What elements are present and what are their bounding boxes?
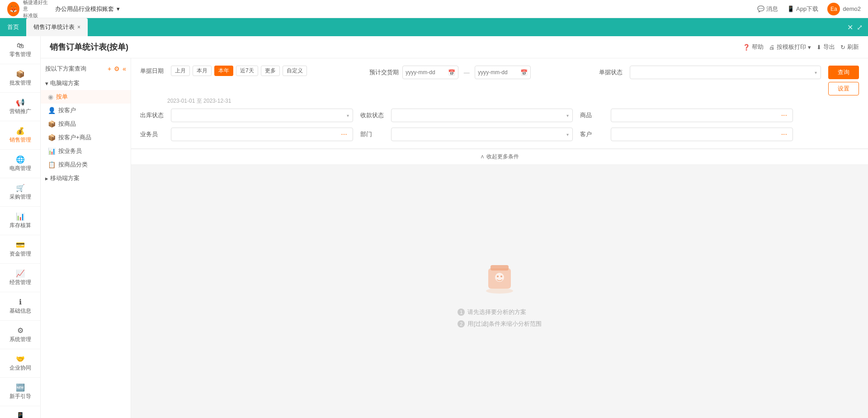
- scheme-by-customer-product[interactable]: 📦 按客户+商品: [41, 131, 131, 144]
- marketing-icon: 📢: [4, 98, 37, 107]
- logo-area: 🦊 畅捷通好生意 标准版: [7, 0, 48, 19]
- scheme-by-customer[interactable]: 👤 按客户: [41, 104, 131, 117]
- print-icon: 🖨: [769, 44, 775, 51]
- collapse-panel-button[interactable]: «: [123, 65, 126, 72]
- sidebar-item-enterprise[interactable]: 🤝 企业协同: [0, 349, 40, 378]
- purchase-icon: 🛒: [4, 184, 37, 192]
- expected-date-start-input[interactable]: 📅: [402, 66, 458, 79]
- sidebar: 🛍 零售管理 📦 批发管理 📢 营销推广 💰 销售管理 🌐 电商管理 🛒 采购管…: [0, 36, 41, 418]
- payment-status-select[interactable]: ▾: [391, 109, 573, 122]
- sidebar-item-wholesale[interactable]: 📦 批发管理: [0, 64, 40, 93]
- help-button[interactable]: ❓ 帮助: [743, 43, 764, 51]
- scheme-by-category[interactable]: 📋 按商品分类: [41, 158, 131, 171]
- scheme-order-icon: ◉: [48, 93, 53, 100]
- scheme-customer-icon: 👤: [48, 107, 56, 114]
- payment-status-label: 收款状态: [360, 111, 387, 119]
- tip-item-1: 1 请先选择要分析的方案: [458, 306, 541, 318]
- template-print-button[interactable]: 🖨 按模板打印 ▾: [769, 43, 811, 51]
- tab-bar: 首页 销售订单统计表 × ✕ ⤢: [0, 18, 868, 36]
- last-7-days-btn[interactable]: 近7天: [236, 66, 258, 76]
- logo-icon: 🦊: [7, 2, 19, 16]
- svg-point-0: [486, 288, 513, 294]
- svg-point-5: [500, 276, 502, 277]
- breadcrumb-arrow-icon: ▾: [117, 5, 120, 12]
- top-header: 🦊 畅捷通好生意 标准版 办公用品行业模拟账套 ▾ 💬 消息 📱 App下载 E…: [0, 0, 868, 18]
- tab-home[interactable]: 首页: [0, 18, 26, 36]
- customer-more-icon[interactable]: ···: [779, 130, 789, 138]
- scheme-by-salesperson[interactable]: 📊 按业务员: [41, 144, 131, 158]
- sidebar-item-sales[interactable]: 💰 销售管理: [0, 121, 40, 150]
- page-header: 销售订单统计表(按单) ❓ 帮助 🖨 按模板打印 ▾ ⬇ 导出 ↻ 刷新: [41, 36, 868, 58]
- sidebar-item-purchase[interactable]: 🛒 采购管理: [0, 178, 40, 207]
- more-dates-btn[interactable]: 更多: [261, 66, 280, 76]
- customer-select[interactable]: ···: [611, 128, 793, 141]
- desktop-scheme-group[interactable]: ▾ 电脑端方案: [41, 76, 131, 90]
- breadcrumb: 办公用品行业模拟账套 ▾: [48, 5, 757, 13]
- date-buttons: 上月 本月 本年 近7天 更多 自定义: [171, 66, 307, 76]
- salesperson-label: 业务员: [140, 130, 167, 138]
- calendar-end-icon: 📅: [520, 69, 528, 76]
- workspace: 按以下方案查询 + ⚙ « ▾ 电脑端方案 ◉ 按单 👤: [41, 58, 868, 418]
- sidebar-item-marketing[interactable]: 📢 营销推广: [0, 93, 40, 121]
- delivery-status-select[interactable]: ▾: [171, 109, 353, 122]
- ecommerce-icon: 🌐: [4, 155, 37, 164]
- product-select[interactable]: ···: [611, 109, 793, 122]
- product-more-icon[interactable]: ···: [779, 111, 789, 119]
- search-button[interactable]: 查询: [828, 66, 859, 79]
- this-month-btn[interactable]: 本月: [193, 66, 212, 76]
- custom-dates-btn[interactable]: 自定义: [283, 66, 307, 76]
- sidebar-item-finance[interactable]: 💳 资金管理: [0, 235, 40, 264]
- mobile-group-label: 移动端方案: [50, 174, 80, 182]
- salesperson-more-icon[interactable]: ···: [339, 130, 349, 138]
- settings-scheme-button[interactable]: ⚙: [114, 65, 120, 72]
- export-button[interactable]: ⬇ 导出: [816, 43, 835, 51]
- sidebar-item-apps[interactable]: 📱 应用中心: [0, 406, 40, 418]
- print-dropdown-icon: ▾: [808, 44, 811, 51]
- mobile-scheme-group[interactable]: ▸ 移动端方案: [41, 171, 131, 185]
- sidebar-item-retail[interactable]: 🛍 零售管理: [0, 36, 40, 64]
- scheme-product-icon: 📦: [48, 120, 56, 128]
- app-download-button[interactable]: 📱 App下载: [787, 5, 818, 13]
- logo-text: 畅捷通好生意 标准版: [23, 0, 48, 19]
- delivery-dropdown-icon: ▾: [347, 113, 349, 118]
- add-scheme-button[interactable]: +: [108, 65, 111, 72]
- sidebar-item-guide[interactable]: 🆕 新手引导: [0, 378, 40, 406]
- status-select[interactable]: ▾: [630, 66, 821, 79]
- basic-icon: ℹ: [4, 298, 37, 306]
- message-button[interactable]: 💬 消息: [757, 5, 778, 13]
- scheme-by-order[interactable]: ◉ 按单: [41, 90, 131, 104]
- sidebar-item-ecommerce[interactable]: 🌐 电商管理: [0, 150, 40, 178]
- payment-dropdown-icon: ▾: [566, 113, 569, 118]
- sidebar-item-system[interactable]: ⚙ 系统管理: [0, 321, 40, 349]
- user-menu-button[interactable]: Ea demo2: [827, 3, 861, 15]
- left-panel: 按以下方案查询 + ⚙ « ▾ 电脑端方案 ◉ 按单 👤: [41, 58, 131, 418]
- expected-date-end-input[interactable]: 📅: [475, 66, 531, 79]
- tab-close-icon[interactable]: ×: [77, 24, 80, 30]
- sidebar-item-basic[interactable]: ℹ 基础信息: [0, 292, 40, 321]
- customer-label: 客户: [580, 130, 607, 138]
- scheme-by-product[interactable]: 📦 按商品: [41, 117, 131, 131]
- svg-point-4: [497, 276, 499, 277]
- salesperson-select[interactable]: ···: [171, 128, 353, 141]
- refresh-button[interactable]: ↻ 刷新: [840, 43, 859, 51]
- scheme-category-label: 按商品分类: [58, 161, 88, 169]
- sidebar-item-operations[interactable]: 📈 经营管理: [0, 264, 40, 292]
- tip-num-2: 2: [458, 320, 465, 328]
- prev-month-btn[interactable]: 上月: [171, 66, 190, 76]
- action-buttons: 查询 设置: [828, 66, 859, 95]
- this-year-btn[interactable]: 本年: [214, 66, 233, 76]
- right-panel: 单据日期 上月 本月 本年 近7天 更多 自定义 预计交货期: [131, 58, 868, 418]
- collapse-bar[interactable]: ∧ 收起更多条件: [131, 149, 868, 164]
- wholesale-icon: 📦: [4, 70, 37, 78]
- svg-rect-2: [491, 265, 509, 271]
- department-select[interactable]: ▾: [391, 128, 573, 141]
- window-close-button[interactable]: ✕: [847, 23, 853, 32]
- page-actions: ❓ 帮助 🖨 按模板打印 ▾ ⬇ 导出 ↻ 刷新: [743, 43, 859, 57]
- tab-sales-order-stats[interactable]: 销售订单统计表 ×: [26, 18, 88, 36]
- scheme-salesperson-label: 按业务员: [58, 147, 82, 155]
- window-maximize-button[interactable]: ⤢: [857, 23, 863, 32]
- collapse-label: ∧ 收起更多条件: [480, 153, 519, 161]
- settings-button[interactable]: 设置: [828, 82, 859, 95]
- guide-icon: 🆕: [4, 383, 37, 392]
- sidebar-item-inventory[interactable]: 📊 库存核算: [0, 207, 40, 235]
